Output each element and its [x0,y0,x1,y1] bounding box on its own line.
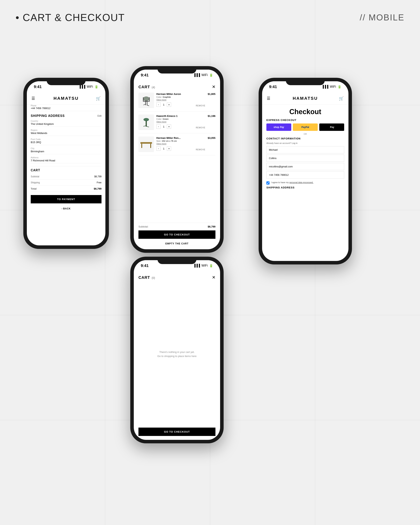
menu-icon[interactable]: ☰ [267,96,273,101]
shipping-address-title: SHIPPING ADDRESS [31,114,65,118]
cart-item-image [139,114,154,130]
shop-pay-label: shop [274,126,279,129]
address-label: Address [31,157,102,159]
edit-address-link[interactable]: Edit [97,114,102,117]
data-consent-row: I agree to have my personal data process… [266,181,344,185]
subtotal-row: Subtotal $6,799 [31,174,102,180]
quantity-control: - 1 + [156,103,171,107]
quantity-control: - 1 + [156,124,171,129]
first-name-field[interactable] [266,146,344,153]
log-in-link[interactable]: Log in [292,142,298,144]
status-time: 9:41 [269,84,277,89]
svg-rect-13 [140,142,152,144]
express-checkout-label: EXPRESS CHECKOUT [266,119,344,122]
to-payment-button[interactable]: TO PAYMENT [31,195,102,203]
back-button[interactable]: ‹ BACK [31,205,102,212]
data-consent-checkbox[interactable] [266,181,270,185]
cart-header: CART (4) ✕ [139,84,215,89]
svg-point-9 [143,118,149,121]
postcode-value: B15 3RQ [31,141,102,145]
shop-pay-button[interactable]: shop Pay [266,123,291,131]
remove-button[interactable]: REMOVE [196,105,205,107]
cart-footer: GO TO CHECKOUT [139,425,215,440]
phone-field[interactable] [266,171,344,178]
cart-item-image [139,137,154,152]
region-value: West Midlands [31,132,102,136]
phone-inner: 9:41 ▐▐▐ WiFi 🔋 ☰ HAMATSU 🛒 Phone +44 74… [27,81,105,245]
svg-point-0 [143,96,149,101]
city-label: City [31,147,102,150]
remove-button[interactable]: REMOVE [196,127,205,129]
wifi-icon: WiFi [87,85,93,88]
menu-icon[interactable]: ☰ [31,96,38,101]
checkout-title: Checkout [266,108,344,116]
qty-increase[interactable]: + [167,124,171,129]
chair-icon [141,94,152,106]
go-to-checkout-button[interactable]: GO TO CHECKOUT [139,428,215,436]
phone-field-group: Phone +44 7456 789012 [31,105,102,111]
phone-cart-empty: 9:41 ▐▐▐ WiFi 🔋 CART (0) ✕ There's not [130,257,224,443]
view-more-link[interactable]: View more [156,99,205,101]
close-button[interactable]: ✕ [212,275,215,280]
phone-field-label: Phone [31,105,102,107]
svg-rect-10 [146,121,147,127]
country-field: Country The United Kingdom [31,120,102,127]
wifi-icon: WiFi [201,73,208,77]
qty-decrease[interactable]: - [156,103,161,107]
status-icons: ▐▐▐ WiFi 🔋 [322,85,341,89]
phone-inner: 9:41 ▐▐▐ WiFi 🔋 ☰ HAMATSU 🛒 Checkout EXP… [262,81,348,261]
cart-item-image [139,93,154,108]
phone-notch [158,66,196,74]
cart-item-attr: Color: Graphite [156,96,205,98]
cart-icon[interactable]: 🛒 [94,96,101,101]
postcode-label: Post Code [31,138,102,141]
svg-rect-3 [145,102,146,105]
remove-button[interactable]: REMOVE [196,149,205,151]
checkout-content: Checkout EXPRESS CHECKOUT shop Pay PayPa… [262,105,348,261]
cart-icon[interactable]: 🛒 [337,96,344,101]
qty-increase[interactable]: + [167,103,171,107]
cart-footer: Subtotal: $6,799 GO TO CHECKOUT EMPTY TH… [139,223,215,249]
subtotal-value: $6,799 [208,225,215,228]
last-name-field[interactable] [266,155,344,162]
svg-rect-8 [149,97,150,101]
phone-content: CART (4) ✕ [134,81,220,249]
contact-info-label: CONTACT INFORMATION [266,137,344,140]
qty-decrease[interactable]: - [156,146,161,151]
total-value: $6,799 [94,187,102,190]
subtotal-label: Subtotal: [139,225,148,228]
paypal-label: PayPal [301,126,309,129]
svg-rect-2 [143,101,150,102]
phone-shipping: 9:41 ▐▐▐ WiFi 🔋 ☰ HAMATSU 🛒 Phone +44 74… [23,78,109,249]
nav-bar: ☰ HAMATSU 🛒 [262,92,348,105]
cart-summary-title: CART [31,166,102,174]
email-field[interactable] [266,163,344,170]
phone-notch [158,257,196,264]
city-field: City Birmingham [31,147,102,154]
region-label: Region [31,129,102,131]
view-more-link[interactable]: View more [156,142,205,145]
qty-value: 1 [162,147,165,150]
close-button[interactable]: ✕ [212,84,215,89]
cart-panel: CART (4) ✕ [134,81,220,249]
empty-cart-button[interactable]: EMPTY THE CART [139,240,215,247]
apple-pay-button[interactable]: Pay [319,123,344,131]
view-more-link[interactable]: View more [156,121,205,123]
cart-item: Herman Miller Ren... Size: 152 cm x 76 c… [139,137,215,155]
phone-field-value: +44 7456 789012 [31,107,102,111]
paypal-button[interactable]: PayPal [293,123,318,131]
qty-value: 1 [162,125,165,128]
contact-subtitle: Already have an account? Log in [266,142,344,144]
qty-decrease[interactable]: - [156,124,161,129]
subtotal-row: Subtotal: $6,799 [139,225,215,228]
status-icons: ▐▐▐ WiFi 🔋 [193,264,213,268]
personal-data-link[interactable]: personal data processed. [289,181,313,184]
svg-rect-15 [150,144,151,148]
subtotal-value: $6,799 [94,175,102,178]
stool-icon [141,116,151,129]
cart-item-attr: Size: 152 cm x 76 cm [156,140,205,142]
status-time: 9:41 [141,263,149,268]
go-to-checkout-button[interactable]: GO TO CHECKOUT [139,230,215,239]
qty-increase[interactable]: + [167,146,171,151]
svg-rect-11 [143,125,146,126]
